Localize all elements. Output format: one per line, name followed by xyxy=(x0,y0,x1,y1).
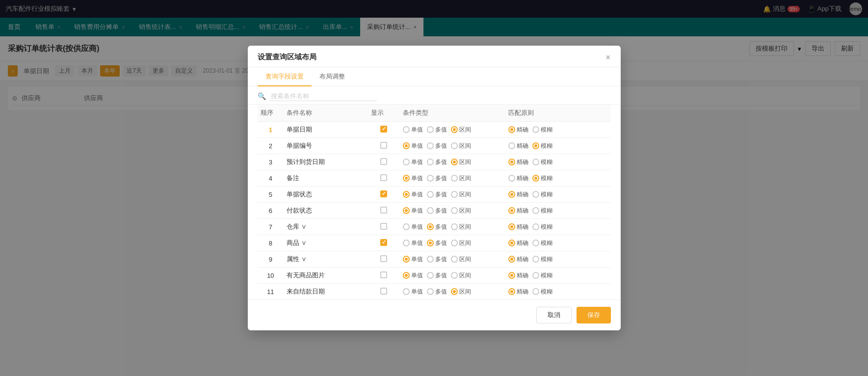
save-button[interactable]: 保存 xyxy=(577,307,611,323)
match-radio[interactable] xyxy=(508,159,515,165)
type-radio[interactable] xyxy=(427,272,434,279)
display-checkbox[interactable] xyxy=(380,126,387,133)
type-radio[interactable] xyxy=(403,191,410,198)
search-input[interactable] xyxy=(269,91,377,101)
type-radio[interactable] xyxy=(451,272,458,279)
type-radio-item[interactable]: 多值 xyxy=(427,190,447,199)
type-radio-item[interactable]: 区间 xyxy=(451,158,471,166)
match-radio-item[interactable]: 精确 xyxy=(508,239,528,247)
match-radio[interactable] xyxy=(508,256,515,263)
match-radio[interactable] xyxy=(532,142,539,149)
type-radio-item[interactable]: 单值 xyxy=(403,126,423,134)
match-radio-item[interactable]: 精确 xyxy=(508,271,528,280)
match-radio[interactable] xyxy=(532,159,539,165)
type-radio-item[interactable]: 区间 xyxy=(451,126,471,134)
type-radio[interactable] xyxy=(427,126,434,133)
cancel-button[interactable]: 取消 xyxy=(536,307,572,323)
display-checkbox[interactable] xyxy=(380,174,387,181)
type-radio-item[interactable]: 多值 xyxy=(427,288,447,296)
type-radio-item[interactable]: 区间 xyxy=(451,207,471,215)
type-radio-item[interactable]: 区间 xyxy=(451,288,471,296)
type-radio-item[interactable]: 单值 xyxy=(403,271,423,280)
match-radio-item[interactable]: 模糊 xyxy=(532,190,552,199)
display-checkbox[interactable] xyxy=(380,207,387,214)
match-radio-item[interactable]: 模糊 xyxy=(532,223,552,231)
type-radio[interactable] xyxy=(403,272,410,279)
match-radio[interactable] xyxy=(532,223,539,230)
display-checkbox[interactable] xyxy=(380,255,387,262)
match-radio[interactable] xyxy=(508,126,515,133)
match-radio-item[interactable]: 精确 xyxy=(508,190,528,199)
match-radio-item[interactable]: 模糊 xyxy=(532,207,552,215)
display-checkbox[interactable] xyxy=(380,223,387,230)
display-checkbox[interactable] xyxy=(380,190,387,197)
type-radio-item[interactable]: 区间 xyxy=(451,271,471,280)
type-radio-item[interactable]: 单值 xyxy=(403,190,423,199)
type-radio-item[interactable]: 单值 xyxy=(403,288,423,296)
type-radio-item[interactable]: 多值 xyxy=(427,158,447,166)
type-radio-item[interactable]: 区间 xyxy=(451,255,471,264)
type-radio-item[interactable]: 区间 xyxy=(451,190,471,199)
match-radio[interactable] xyxy=(532,272,539,279)
type-radio-item[interactable]: 区间 xyxy=(451,239,471,247)
match-radio-item[interactable]: 模糊 xyxy=(532,288,552,296)
match-radio-item[interactable]: 模糊 xyxy=(532,158,552,166)
match-radio-item[interactable]: 模糊 xyxy=(532,271,552,280)
type-radio[interactable] xyxy=(403,223,410,230)
tab-layout-adjust[interactable]: 布局调整 xyxy=(312,67,353,86)
match-radio[interactable] xyxy=(508,288,515,295)
type-radio[interactable] xyxy=(427,191,434,198)
type-radio-item[interactable]: 单值 xyxy=(403,239,423,247)
type-radio-item[interactable]: 单值 xyxy=(403,223,423,231)
type-radio[interactable] xyxy=(427,223,434,230)
type-radio-item[interactable]: 单值 xyxy=(403,158,423,166)
match-radio[interactable] xyxy=(532,191,539,198)
type-radio-item[interactable]: 区间 xyxy=(451,223,471,231)
display-checkbox[interactable] xyxy=(380,271,387,278)
type-radio[interactable] xyxy=(451,126,458,133)
tab-query-fields[interactable]: 查询字段设置 xyxy=(258,67,312,86)
match-radio[interactable] xyxy=(532,240,539,246)
type-radio[interactable] xyxy=(403,240,410,246)
type-radio[interactable] xyxy=(403,175,410,182)
type-radio[interactable] xyxy=(403,126,410,133)
type-radio[interactable] xyxy=(451,256,458,263)
match-radio-item[interactable]: 精确 xyxy=(508,174,528,183)
type-radio-item[interactable]: 多值 xyxy=(427,207,447,215)
match-radio[interactable] xyxy=(532,288,539,295)
type-radio-item[interactable]: 多值 xyxy=(427,174,447,183)
display-checkbox[interactable] xyxy=(380,288,387,295)
match-radio[interactable] xyxy=(508,175,515,182)
dialog-close-button[interactable]: × xyxy=(605,53,611,62)
type-radio[interactable] xyxy=(451,159,458,165)
type-radio[interactable] xyxy=(451,142,458,149)
type-radio[interactable] xyxy=(403,288,410,295)
match-radio-item[interactable]: 精确 xyxy=(508,158,528,166)
match-radio-item[interactable]: 精确 xyxy=(508,288,528,296)
type-radio-item[interactable]: 单值 xyxy=(403,207,423,215)
match-radio[interactable] xyxy=(532,207,539,214)
type-radio[interactable] xyxy=(451,240,458,246)
type-radio[interactable] xyxy=(427,142,434,149)
type-radio[interactable] xyxy=(427,240,434,246)
type-radio-item[interactable]: 多值 xyxy=(427,126,447,134)
type-radio[interactable] xyxy=(427,175,434,182)
match-radio[interactable] xyxy=(508,223,515,230)
type-radio-item[interactable]: 单值 xyxy=(403,255,423,264)
match-radio-item[interactable]: 模糊 xyxy=(532,239,552,247)
match-radio[interactable] xyxy=(508,272,515,279)
type-radio[interactable] xyxy=(451,191,458,198)
match-radio[interactable] xyxy=(532,256,539,263)
type-radio[interactable] xyxy=(427,159,434,165)
match-radio-item[interactable]: 模糊 xyxy=(532,142,552,150)
match-radio-item[interactable]: 精确 xyxy=(508,142,528,150)
type-radio[interactable] xyxy=(427,256,434,263)
match-radio-item[interactable]: 模糊 xyxy=(532,126,552,134)
type-radio[interactable] xyxy=(427,207,434,214)
display-checkbox[interactable] xyxy=(380,239,387,246)
type-radio-item[interactable]: 单值 xyxy=(403,174,423,183)
type-radio-item[interactable]: 区间 xyxy=(451,174,471,183)
type-radio[interactable] xyxy=(451,175,458,182)
type-radio[interactable] xyxy=(451,288,458,295)
type-radio[interactable] xyxy=(403,159,410,165)
